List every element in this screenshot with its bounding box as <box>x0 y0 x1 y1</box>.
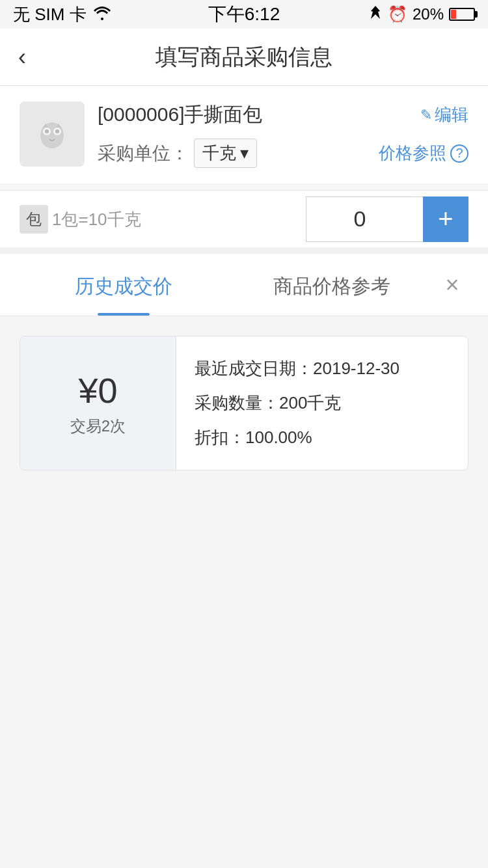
help-icon: ? <box>450 144 468 163</box>
price-card: ¥0 交易2次 最近成交日期：2019-12-30 采购数量：200千克 折扣：… <box>20 336 468 470</box>
alarm-icon: ⏰ <box>388 5 407 23</box>
product-name: [0000006]手撕面包 <box>98 102 262 128</box>
tabs-bar: 历史成交价 商品价格参考 × <box>0 254 488 316</box>
unit-equiv: 1包=10千克 <box>52 208 141 231</box>
currency-symbol: ¥ <box>78 371 98 410</box>
tab1-label: 历史成交价 <box>75 275 172 297</box>
price-value: ¥0 <box>78 370 117 411</box>
unit-select[interactable]: 千克 ▾ <box>194 139 257 168</box>
discount-row: 折扣：100.00% <box>195 425 450 450</box>
quantity-label-area: 包 1包=10千克 <box>20 205 141 234</box>
price-number: 0 <box>98 371 118 410</box>
quantity-unit-display: 包 1包=10千克 <box>20 205 141 234</box>
wifi-icon <box>93 5 111 25</box>
product-image <box>20 102 85 167</box>
price-trades: 交易2次 <box>70 416 126 437</box>
unit-label: 采购单位： <box>98 141 189 166</box>
quantity-input[interactable] <box>306 197 423 242</box>
carrier-text: 无 SIM 卡 <box>13 3 87 26</box>
main-content: ¥0 交易2次 最近成交日期：2019-12-30 采购数量：200千克 折扣：… <box>0 316 488 772</box>
quantity-row: 采购数量：200千克 <box>195 390 450 416</box>
price-card-right: 最近成交日期：2019-12-30 采购数量：200千克 折扣：100.00% <box>176 336 468 470</box>
battery-percent: 20% <box>413 5 444 23</box>
edit-label: 编辑 <box>435 103 468 126</box>
tab-underline <box>98 313 150 316</box>
unit-selector-group: 采购单位： 千克 ▾ <box>98 139 257 168</box>
close-button[interactable]: × <box>436 269 468 301</box>
recent-date-row: 最近成交日期：2019-12-30 <box>195 356 450 381</box>
quantity-section: 包 1包=10千克 + <box>0 190 488 247</box>
back-button[interactable]: ‹ <box>18 44 26 71</box>
product-card: [0000006]手撕面包 ✎ 编辑 采购单位： 千克 ▾ 价格参照 ? <box>0 86 488 183</box>
svg-point-4 <box>55 129 59 133</box>
section-separator <box>0 247 488 254</box>
location-icon <box>368 5 383 23</box>
svg-point-3 <box>45 129 49 133</box>
quantity-input-area: + <box>306 197 468 242</box>
discount-value: 100.00% <box>245 427 312 447</box>
tab2-label: 商品价格参考 <box>273 275 390 297</box>
status-time: 下午6:12 <box>208 2 280 27</box>
dropdown-icon: ▾ <box>240 143 249 163</box>
product-info: [0000006]手撕面包 ✎ 编辑 采购单位： 千克 ▾ 价格参照 ? <box>98 102 468 168</box>
status-carrier: 无 SIM 卡 <box>13 3 111 26</box>
quantity-detail-value: 200千克 <box>279 393 341 413</box>
tab-history-price[interactable]: 历史成交价 <box>20 254 228 316</box>
quantity-detail-label: 采购数量： <box>195 393 279 413</box>
price-card-left: ¥0 交易2次 <box>20 336 176 470</box>
price-ref-button[interactable]: 价格参照 ? <box>379 142 468 165</box>
edit-icon: ✎ <box>420 107 432 124</box>
status-right: ⏰ 20% <box>368 5 475 23</box>
recent-date-label: 最近成交日期： <box>195 359 313 378</box>
close-icon: × <box>445 271 459 299</box>
tab-price-reference[interactable]: 商品价格参考 <box>228 254 436 316</box>
edit-button[interactable]: ✎ 编辑 <box>420 103 468 126</box>
recent-date-value: 2019-12-30 <box>313 359 400 378</box>
unit-row: 采购单位： 千克 ▾ 价格参照 ? <box>98 139 468 168</box>
page-title: 填写商品采购信息 <box>156 42 332 72</box>
price-ref-label: 价格参照 <box>379 142 446 165</box>
unit-value: 千克 <box>202 142 236 165</box>
unit-box-icon: 包 <box>20 205 48 234</box>
status-bar: 无 SIM 卡 下午6:12 ⏰ 20% <box>0 0 488 29</box>
discount-label: 折扣： <box>195 427 245 447</box>
battery-icon <box>449 8 475 21</box>
price-content-area: ¥0 交易2次 最近成交日期：2019-12-30 采购数量：200千克 折扣：… <box>0 316 488 490</box>
quantity-plus-button[interactable]: + <box>423 197 468 242</box>
nav-bar: ‹ 填写商品采购信息 <box>0 29 488 86</box>
product-title-row: [0000006]手撕面包 ✎ 编辑 <box>98 102 468 128</box>
